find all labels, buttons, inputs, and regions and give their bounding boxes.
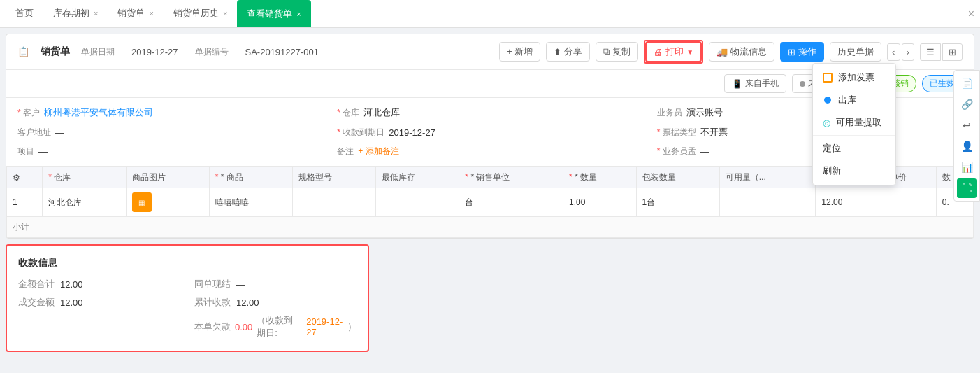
history-button[interactable]: 历史单据 <box>830 42 881 62</box>
doc-title: 销货单 <box>41 45 70 58</box>
project-label: 项目 <box>17 146 34 157</box>
tab-home[interactable]: 首页 <box>6 0 43 27</box>
total-value: 12.00 <box>60 279 83 290</box>
col-qty: * 数量 <box>563 167 636 188</box>
doc-actions: + 新增 ⬆ 分享 ⧉ 复制 🖨 打印 ▼ 🚚 物流信息 ⊞ <box>499 40 963 64</box>
col-product: * 商品 <box>209 167 292 188</box>
cell-unit: 台 <box>459 188 563 217</box>
ticket-label: 票据类型 <box>657 127 696 139</box>
due-date: 2019-12-27 <box>306 316 343 337</box>
project-value: — <box>38 146 48 157</box>
prev-button[interactable]: ‹ <box>887 43 900 61</box>
close-tab-view-sales[interactable]: × <box>296 10 301 18</box>
cumulative-label: 累计收款 <box>194 296 231 309</box>
new-button[interactable]: + 新增 <box>499 42 540 62</box>
col-available: 可用量（... <box>719 167 816 188</box>
transaction-value: 12.00 <box>60 297 83 308</box>
tab-sales-history[interactable]: 销货单历史 × <box>164 0 237 27</box>
staff-label: 业务员 <box>657 107 682 119</box>
tab-inventory-init[interactable]: 库存期初 × <box>43 0 108 27</box>
operate-dropdown: 添加发票 出库 ◎ 可用量提取 定位 刷新 <box>812 63 896 185</box>
address-label: 客户地址 <box>17 127 51 139</box>
cell-pkg-qty: 1台 <box>636 188 719 217</box>
number-label: 单据编号 <box>195 46 229 58</box>
customer-label: 客户 <box>17 107 40 119</box>
print-icon: 🖨 <box>654 47 663 57</box>
close-tab-sales-history[interactable]: × <box>223 9 227 17</box>
address-field: 客户地址 — <box>17 126 323 139</box>
dropdown-locate[interactable]: 定位 <box>813 137 895 160</box>
add-note-button[interactable]: 添加备注 <box>358 146 398 157</box>
sidebar-icon-chart[interactable]: 📊 <box>957 157 977 177</box>
sidebar-icon-doc[interactable]: 📄 <box>957 73 977 93</box>
same-order-item: 同单现结 — <box>194 278 356 290</box>
dropdown-refresh[interactable]: 刷新 <box>813 160 895 182</box>
grid-view-button[interactable]: ⊞ <box>942 43 963 61</box>
warehouse-value: 河北仓库 <box>363 106 400 119</box>
customer-field: 客户 柳州粤港平安气体有限公司 <box>17 106 323 119</box>
sidebar-icon-expand[interactable]: ⛶ <box>957 178 977 198</box>
cumulative-value: 12.00 <box>236 297 259 308</box>
close-tab-sales[interactable]: × <box>149 9 153 17</box>
from-phone-button[interactable]: 📱 来自手机 <box>724 74 786 93</box>
table-row: 1 河北仓库 ▦ 嘻嘻嘻嘻 台 1.00 1台 12.00 0. <box>7 188 974 217</box>
nav-arrows: ‹ › <box>887 43 914 61</box>
global-close-button[interactable]: × <box>968 8 974 20</box>
payment-title: 收款信息 <box>18 257 356 269</box>
view-toggle: ☰ ⊞ <box>920 43 963 61</box>
share-button[interactable]: ⬆ 分享 <box>546 42 590 62</box>
sidebar-icon-link[interactable]: 🔗 <box>957 94 977 114</box>
address-value: — <box>55 127 64 138</box>
due-date-value: 2019-12-27 <box>389 127 435 138</box>
payment-grid: 金额合计 12.00 同单现结 — 成交金额 12.00 累计收款 12.00 … <box>18 278 356 339</box>
right-sidebar: 📄 🔗 ↩ 👤 📊 ⛶ <box>953 70 980 202</box>
tab-sales[interactable]: 销货单 × <box>108 0 163 27</box>
col-spec: 规格型号 <box>292 167 375 188</box>
due-end: ） <box>347 321 356 333</box>
note-field: 备注 添加备注 <box>337 146 642 157</box>
sidebar-icon-user[interactable]: 👤 <box>957 136 977 156</box>
sidebar-icon-return[interactable]: ↩ <box>957 115 977 135</box>
date-value: 2019-12-27 <box>131 47 178 57</box>
dropdown-divider <box>813 135 895 136</box>
close-tab-inventory[interactable]: × <box>94 9 98 17</box>
total-label: 金额合计 <box>18 278 55 290</box>
list-view-button[interactable]: ☰ <box>920 43 941 61</box>
due-label: 本单欠款 <box>194 321 231 333</box>
operate-button[interactable]: ⊞ 操作 <box>780 42 824 62</box>
next-button[interactable]: › <box>902 43 914 61</box>
note-label: 备注 <box>337 146 354 157</box>
dropdown-add-invoice[interactable]: 添加发票 <box>813 66 895 89</box>
customer-value[interactable]: 柳州粤港平安气体有限公司 <box>44 106 153 119</box>
cell-stock: 12.00 <box>816 188 884 217</box>
logistics-button[interactable]: 🚚 物流信息 <box>709 42 774 62</box>
dropdown-available-qty[interactable]: ◎ 可用量提取 <box>813 111 895 134</box>
col-pkg-qty: 包装数量 <box>636 167 719 188</box>
staff-field: 业务员 演示账号 <box>657 106 963 119</box>
phone-icon: 📱 <box>732 79 742 89</box>
print-button[interactable]: 🖨 打印 ▼ <box>645 41 702 62</box>
due-item: 本单欠款 0.00 （收款到期日: 2019-12-27 ） <box>194 314 356 339</box>
project-field: 项目 — <box>17 146 323 157</box>
print-highlight: 🖨 打印 ▼ <box>644 40 703 64</box>
due-date-field: 收款到期日 2019-12-27 <box>337 126 642 139</box>
available-qty-icon: ◎ <box>823 118 830 128</box>
print-arrow: ▼ <box>686 48 693 56</box>
grid-icon: ⊞ <box>788 47 795 57</box>
number-value: SA-20191227-001 <box>245 47 319 57</box>
staff2-label: 业务员孟 <box>657 146 696 157</box>
dropdown-outbound[interactable]: 出库 <box>813 89 895 111</box>
due-suffix: （收款到期日: <box>257 314 302 339</box>
col-unit: * 销售单位 <box>459 167 563 188</box>
due-value: 0.00 <box>235 322 252 332</box>
gray-dot <box>800 81 805 87</box>
doc-icon: 📋 <box>17 46 29 57</box>
tab-view-sales[interactable]: 查看销货单 × <box>237 0 310 27</box>
subtotal-label: 小计 <box>7 217 974 238</box>
tab-bar: 首页 库存期初 × 销货单 × 销货单历史 × 查看销货单 × × <box>0 0 980 28</box>
col-image: 商品图片 <box>126 167 209 188</box>
ticket-value: 不开票 <box>700 126 728 139</box>
col-gear: ⚙ <box>7 167 43 188</box>
share-icon: ⬆ <box>554 47 561 57</box>
copy-button[interactable]: ⧉ 复制 <box>596 42 638 62</box>
